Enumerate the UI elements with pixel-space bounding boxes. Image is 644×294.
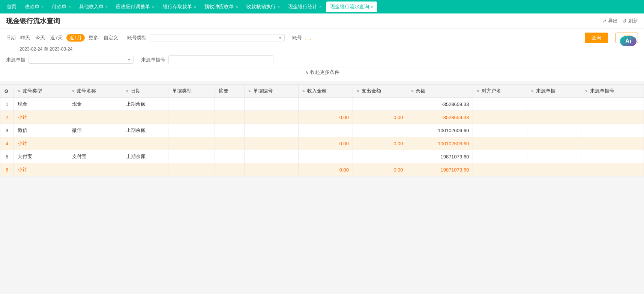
table-cell: [299, 150, 353, 163]
table-cell: [244, 150, 299, 163]
table-cell: [168, 150, 215, 163]
query-button[interactable]: 查询: [585, 33, 608, 43]
nav-tab-4[interactable]: 银行存取款单 ×: [159, 1, 200, 12]
source-doc-filter-group: 来源单据 ▾: [6, 56, 134, 64]
close-icon-1[interactable]: ×: [68, 4, 71, 9]
table-cell: 6: [0, 163, 14, 176]
account-type-filter-group: 账号类型 ▾: [127, 34, 285, 42]
table-body: 1现金现金上期余额-3528659.332小计0.000.00-3528659.…: [0, 98, 644, 176]
table-cell: [527, 163, 581, 176]
table-cell: 100102606.60: [407, 124, 473, 137]
table-cell: 支付宝: [68, 150, 122, 163]
table-area: ⚙ ⇅ 账号类型 ⇅ 账号名称 ⇅ 日期 单据类型 摘要: [0, 84, 644, 176]
sort-arrows-account-type: ⇅: [18, 90, 20, 93]
account-type-select[interactable]: ▾: [150, 34, 285, 42]
close-icon-0[interactable]: ×: [41, 4, 44, 9]
source-doc-no-input[interactable]: [168, 55, 273, 64]
table-cell: [122, 163, 168, 176]
ai-badge[interactable]: Ai: [620, 36, 636, 46]
more-btn[interactable]: 更多: [87, 34, 100, 42]
7days-btn[interactable]: 近7天: [49, 34, 64, 42]
source-doc-select[interactable]: ▾: [29, 56, 134, 64]
close-icon-8[interactable]: ×: [371, 4, 373, 9]
table-cell: 0.00: [299, 111, 353, 124]
close-icon-5[interactable]: ×: [236, 4, 238, 9]
col-counterparty[interactable]: ⇅ 对方户名: [473, 85, 527, 98]
close-icon-7[interactable]: ×: [319, 4, 321, 9]
table-cell: [473, 163, 527, 176]
table-cell: 5: [0, 150, 14, 163]
collapse-button[interactable]: ∧ 收起更多条件: [6, 67, 638, 77]
today-btn[interactable]: 今天: [34, 34, 47, 42]
col-source-doc[interactable]: ⇅ 来源单据: [527, 85, 581, 98]
sort-arrows-account-name: ⇅: [72, 90, 75, 93]
yesterday-btn[interactable]: 昨天: [19, 34, 32, 42]
col-doc-no[interactable]: ⇅ 单据编号: [244, 85, 299, 98]
table-cell: -3528659.33: [407, 111, 473, 124]
account-ellipsis[interactable]: ...: [305, 35, 312, 41]
table-cell: [473, 111, 527, 124]
refresh-button[interactable]: ↺ 刷新: [622, 18, 638, 24]
top-nav: 首页 收款单 × 付款单 × 其他收入单 × 应收应付调整单 × 银行存取款单 …: [0, 0, 644, 13]
col-expense[interactable]: ⇅ 支出金额: [353, 85, 407, 98]
source-doc-label: 来源单据: [6, 57, 26, 63]
table-cell: [527, 98, 581, 111]
sort-arrows-date: ⇅: [126, 90, 129, 93]
close-icon-6[interactable]: ×: [278, 4, 280, 9]
table-cell: 小计: [14, 163, 68, 176]
date-filter-group: 日期 昨天 今天 近7天 近1月 更多 自定义: [6, 34, 120, 42]
table-cell: [215, 137, 244, 150]
sort-arrows-doc-no: ⇅: [248, 90, 251, 93]
table-cell: [581, 137, 644, 150]
nav-tab-7[interactable]: 现金银行统计 ×: [284, 1, 325, 12]
table-cell: [168, 137, 215, 150]
table-cell: 上期余额: [122, 150, 168, 163]
close-icon-2[interactable]: ×: [105, 4, 108, 9]
table-cell: 小计: [14, 111, 68, 124]
col-balance[interactable]: ⇅ 余额: [407, 85, 473, 98]
source-doc-no-filter-group: 来源单据号: [141, 55, 273, 64]
date-label: 日期: [6, 34, 16, 41]
col-income[interactable]: ⇅ 收入金额: [299, 85, 353, 98]
table-cell: 0.00: [353, 163, 407, 176]
col-account-type[interactable]: ⇅ 账号类型: [14, 85, 68, 98]
nav-tab-0[interactable]: 收款单 ×: [21, 1, 47, 12]
gear-header[interactable]: ⚙: [0, 85, 14, 98]
1month-btn[interactable]: 近1月: [66, 34, 85, 42]
nav-tab-5[interactable]: 预收冲应收单 ×: [201, 1, 242, 12]
table-cell: [473, 98, 527, 111]
table-cell: 0.00: [353, 111, 407, 124]
custom-btn[interactable]: 自定义: [102, 34, 120, 42]
collapse-up-icon: ∧: [305, 70, 309, 75]
sort-arrows-income: ⇅: [302, 90, 305, 93]
close-icon-4[interactable]: ×: [194, 4, 196, 9]
table-cell: [244, 111, 299, 124]
nav-tab-1[interactable]: 付款单 ×: [48, 1, 74, 12]
date-range-display: 2023-02-24 至 2023-03-24: [20, 46, 72, 52]
table-cell: [244, 137, 299, 150]
table-cell: [168, 98, 215, 111]
nav-tab-8[interactable]: 现金银行流水查询 ×: [326, 1, 377, 12]
table-cell: [473, 150, 527, 163]
table-cell: 微信: [68, 124, 122, 137]
table-cell: [68, 137, 122, 150]
table-cell: [581, 111, 644, 124]
col-account-name[interactable]: ⇅ 账号名称: [68, 85, 122, 98]
export-button[interactable]: ↗ 导出: [602, 18, 618, 24]
table-cell: 0.00: [299, 163, 353, 176]
col-date[interactable]: ⇅ 日期: [122, 85, 168, 98]
filter-row-2: 来源单据 ▾ 来源单据号: [6, 55, 638, 64]
nav-home[interactable]: 首页: [3, 3, 20, 10]
table-row: 2小计0.000.00-3528659.33: [0, 111, 644, 124]
nav-tab-2[interactable]: 其他收入单 ×: [75, 1, 111, 12]
nav-tab-6[interactable]: 收款核销执行 ×: [243, 1, 284, 12]
nav-tab-3[interactable]: 应收应付调整单 ×: [112, 1, 158, 12]
table-cell: [581, 98, 644, 111]
table-cell: 上期余额: [122, 124, 168, 137]
chevron-down-icon: ▾: [279, 36, 281, 40]
table-cell: 现金: [14, 98, 68, 111]
col-source-doc-no[interactable]: ⇅ 来源单据号: [581, 85, 644, 98]
table-cell: [168, 124, 215, 137]
close-icon-3[interactable]: ×: [152, 4, 154, 9]
table-cell: 2: [0, 111, 14, 124]
